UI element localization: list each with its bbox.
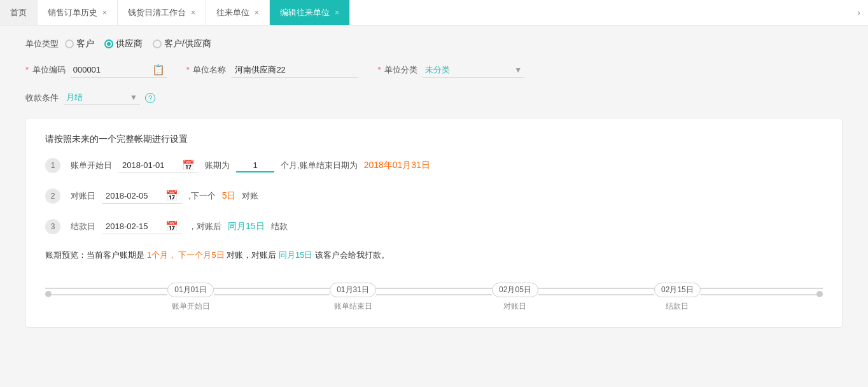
settings-card: 请按照未来的一个完整帐期进行设置 1 账单开始日 📅 账期为 个月,账单结束日期… [25, 118, 843, 328]
tab-edit-contact[interactable]: 编辑往来单位 × [270, 0, 350, 25]
timeline-node-4: 02月15日 结款日 [654, 283, 701, 312]
close-tab-edit-contact[interactable]: × [335, 8, 339, 17]
tab-more-button[interactable]: › [850, 0, 868, 25]
chevron-down-icon: ▼ [514, 66, 522, 74]
payment-label: 收款条件 [25, 92, 59, 104]
timeline-label-2: 账单结束日 [334, 301, 372, 312]
date-input-2[interactable] [106, 191, 163, 201]
unit-code-input[interactable] [73, 65, 150, 74]
date-input-1[interactable] [122, 160, 179, 170]
payment-prefix: ，对账后 [188, 221, 221, 232]
date-input-wrap-2: 📅 [102, 188, 182, 204]
close-tab-cash-work[interactable]: × [191, 8, 195, 17]
radio-customer[interactable]: 客户 [65, 38, 94, 50]
unit-code-field: * 单位编码 📋 [25, 62, 167, 78]
card-title: 请按照未来的一个完整帐期进行设置 [45, 134, 823, 145]
label-reconcile: 对账日 [71, 190, 95, 202]
date-input-wrap-3: 📅 [102, 219, 182, 234]
close-tab-sales-history[interactable]: × [102, 8, 107, 17]
tab-home[interactable]: 首页 [0, 0, 38, 25]
payment-row: 收款条件 月结 ▼ ? [25, 90, 843, 105]
row-content-1: 账单开始日 📅 账期为 个月,账单结束日期为 2018年01月31日 [71, 158, 430, 173]
unit-category-label: * 单位分类 [377, 64, 417, 76]
numbered-row-3: 3 结款日 📅 ，对账后 同月15日 结款 [45, 219, 823, 234]
unit-type-radio-group: 客户 供应商 客户/供应商 [65, 38, 211, 50]
numbered-row-1: 1 账单开始日 📅 账期为 个月,账单结束日期为 2018年01月31日 [45, 158, 823, 173]
payment-day-highlight: 同月15日 [228, 221, 265, 232]
radio-both[interactable]: 客户/供应商 [153, 38, 211, 50]
unit-type-label: 单位类型 [25, 38, 59, 50]
timeline-label-4: 结款日 [666, 301, 689, 312]
preview-payment-date: 同月15日 [279, 250, 312, 260]
unit-category-select[interactable]: 未分类 ▼ [423, 63, 524, 78]
timeline-items: 01月01日 账单开始日 01月31日 账单结束日 02月05日 对账日 02月… [45, 283, 823, 312]
numbered-row-2: 2 对账日 📅 ,下一个 5日 对账 [45, 188, 823, 204]
payment-select[interactable]: 月结 ▼ [64, 90, 140, 105]
timeline-label-3: 对账日 [503, 301, 526, 312]
timeline-node-3: 02月05日 对账日 [492, 283, 538, 312]
copy-icon[interactable]: 📋 [152, 64, 165, 76]
end-date-highlight: 2018年01月31日 [364, 160, 430, 171]
tab-sales-history[interactable]: 销售订单历史 × [38, 0, 118, 25]
tab-cash-work[interactable]: 钱货日清工作台 × [118, 0, 206, 25]
payment-value: 月结 [66, 92, 130, 103]
unit-name-field: * 单位名称 [186, 62, 359, 78]
payment-chevron-icon: ▼ [130, 93, 137, 102]
row-number-3: 3 [45, 219, 60, 234]
close-tab-contacts[interactable]: × [255, 8, 259, 17]
preview-months: 1个月， [147, 250, 176, 260]
timeline-badge-1: 01月01日 [167, 283, 214, 297]
reconcile-day-highlight: 5日 [222, 190, 236, 202]
unit-code-input-wrap: 📋 [71, 62, 167, 78]
calendar-icon-2[interactable]: 📅 [165, 190, 178, 202]
label-account-start: 账单开始日 [71, 160, 112, 171]
tab-bar: 首页 销售订单历史 × 钱货日清工作台 × 往来单位 × 编辑往来单位 × › [0, 0, 868, 25]
unit-name-input[interactable] [231, 62, 358, 78]
row-content-3: 结款日 📅 ，对账后 同月15日 结款 [71, 219, 288, 234]
date-input-wrap-1: 📅 [118, 158, 199, 173]
timeline-badge-2: 01月31日 [330, 283, 376, 297]
preview-reconcile-date: 下一个月5日 [178, 250, 224, 260]
radio-circle-customer [65, 39, 74, 48]
tab-contacts[interactable]: 往来单位 × [206, 0, 270, 25]
date-input-3[interactable] [106, 222, 163, 231]
label-month: 个月,账单结束日期为 [281, 160, 358, 171]
timeline: 01月01日 账单开始日 01月31日 账单结束日 02月05日 对账日 02月… [45, 276, 823, 312]
period-input[interactable] [236, 159, 274, 172]
main-content: 单位类型 客户 供应商 客户/供应商 * 单位编码 📋 [0, 25, 868, 387]
timeline-end-dot [816, 291, 823, 297]
calendar-icon-1[interactable]: 📅 [182, 159, 195, 171]
reconcile-suffix: 对账 [242, 190, 258, 202]
help-icon[interactable]: ? [145, 93, 155, 103]
unit-code-label: * 单位编码 [25, 64, 66, 76]
unit-type-row: 单位类型 客户 供应商 客户/供应商 [25, 38, 843, 50]
timeline-node-2: 01月31日 账单结束日 [330, 283, 376, 312]
timeline-start-dot [45, 291, 52, 297]
unit-category-field: * 单位分类 未分类 ▼ [377, 63, 524, 78]
radio-supplier[interactable]: 供应商 [104, 38, 143, 50]
row-number-1: 1 [45, 158, 60, 173]
reconcile-prefix: ,下一个 [188, 190, 216, 202]
timeline-node-1: 01月01日 账单开始日 [167, 283, 214, 312]
preview-text: 账期预览：当前客户账期是 1个月， 下一个月5日 对账，对账后 同月15日 该客… [45, 250, 823, 261]
label-period-before: 账期为 [205, 160, 230, 171]
timeline-label-1: 账单开始日 [172, 301, 210, 312]
code-name-category-row: * 单位编码 📋 * 单位名称 * 单位分类 未分类 ▼ [25, 62, 843, 78]
timeline-badge-3: 02月05日 [492, 283, 538, 297]
unit-category-value: 未分类 [425, 64, 514, 76]
calendar-icon-3[interactable]: 📅 [165, 220, 178, 232]
radio-circle-supplier [104, 39, 113, 48]
radio-circle-both [153, 39, 162, 48]
label-payment: 结款日 [71, 221, 95, 232]
timeline-badge-4: 02月15日 [654, 283, 701, 297]
unit-name-label: * 单位名称 [186, 64, 227, 76]
payment-suffix: 结款 [271, 221, 288, 232]
row-number-2: 2 [45, 188, 60, 204]
row-content-2: 对账日 📅 ,下一个 5日 对账 [71, 188, 258, 204]
